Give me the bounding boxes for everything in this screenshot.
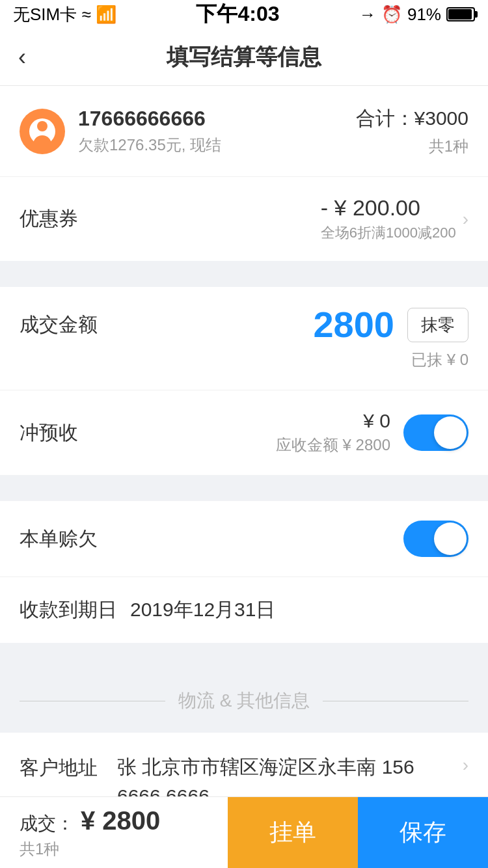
customer-right: 合计：¥3000 共1种 [356,105,468,157]
bottom-deal-amount: ¥ 2800 [81,806,160,835]
total-count: 共1种 [356,136,468,157]
coupon-label: 优惠券 [20,206,78,232]
customer-card: 17666666666 欠款1276.35元, 现结 合计：¥3000 共1种 … [0,86,488,261]
status-bar: 无SIM卡 ≈ 📶 下午4:03 → ⏰ 91% [0,0,488,29]
status-left: 无SIM卡 ≈ 📶 [13,3,116,26]
prepay-right: ¥ 0 应收金额 ¥ 2800 [276,410,468,455]
logistics-line-right [323,701,468,701]
toggle-knob [434,416,467,449]
battery-fill [448,9,472,20]
prepay-amount: ¥ 0 [276,410,390,432]
bottom-deal-label: 成交： [20,811,74,836]
separator-3 [0,656,488,669]
address-arrow-icon: › [463,752,468,776]
alarm-icon: ⏰ [381,5,402,25]
debt-toggle-knob [434,522,467,555]
save-button[interactable]: 保存 [358,797,488,869]
prepay-amount-group: ¥ 0 应收金额 ¥ 2800 [276,410,390,455]
bottom-count: 共1种 [20,839,208,860]
prepay-label: 冲预收 [20,420,78,446]
duedate-label: 收款到期日 [20,597,117,623]
debt-card: 本单赊欠 收款到期日 2019年12月31日 [0,501,488,643]
back-button[interactable]: ‹ [18,44,26,71]
status-time: 下午4:03 [196,0,279,29]
bottom-info: 成交： ¥ 2800 共1种 [0,806,228,860]
logistics-line-left [20,701,165,701]
prepay-section: 冲预收 ¥ 0 应收金额 ¥ 2800 [0,390,488,475]
coupon-discount: - ¥ 200.00 [321,195,456,221]
debt-toggle[interactable] [403,521,468,557]
coupon-right: - ¥ 200.00 全场6折满1000减200 › [321,195,468,243]
customer-info: 17666666666 欠款1276.35元, 现结 [78,107,221,156]
round-button[interactable]: 抹零 [407,308,468,342]
coupon-row[interactable]: 优惠券 - ¥ 200.00 全场6折满1000减200 › [0,176,488,261]
deal-amount: 2800 [313,306,394,343]
deal-row: 成交金额 2800 抹零 [20,306,468,343]
duedate-row: 收款到期日 2019年12月31日 [20,597,468,623]
bottom-bar: 成交： ¥ 2800 共1种 挂单 保存 [0,796,488,868]
battery-icon [446,7,475,21]
deal-section: 成交金额 2800 抹零 已抹 ¥ 0 [0,287,488,390]
duedate-section: 收款到期日 2019年12月31日 [0,576,488,643]
debt-label: 本单赊欠 [20,526,98,552]
status-right: → ⏰ 91% [359,5,475,25]
address-label: 客户地址 [20,752,98,781]
separator-1 [0,274,488,287]
deal-sub: 已抹 ¥ 0 [20,349,468,370]
total-amount: 合计：¥3000 [356,105,468,132]
coupon-arrow-icon: › [463,209,468,230]
content-area: 17666666666 欠款1276.35元, 现结 合计：¥3000 共1种 … [0,86,488,868]
nav-bar: ‹ 填写结算等信息 [0,29,488,86]
customer-left: 17666666666 欠款1276.35元, 现结 [20,107,221,156]
deal-card: 成交金额 2800 抹零 已抹 ¥ 0 冲预收 ¥ 0 应收金额 ¥ 2800 [0,287,488,475]
prepay-sub: 应收金额 ¥ 2800 [276,435,390,455]
duedate-value: 2019年12月31日 [130,597,275,623]
customer-phone: 17666666666 [78,107,221,131]
debt-section: 本单赊欠 [0,501,488,576]
deal-label: 成交金额 [20,312,98,338]
customer-note: 欠款1276.35元, 现结 [78,135,221,156]
logistics-label: 物流 & 其他信息 [178,688,310,713]
avatar [20,109,65,154]
location-icon: → [359,5,376,25]
hang-button[interactable]: 挂单 [228,797,358,869]
battery-percent: 91% [407,5,441,25]
logistics-section: 物流 & 其他信息 [0,669,488,733]
page-title: 填写结算等信息 [167,42,321,72]
prepay-row: 冲预收 ¥ 0 应收金额 ¥ 2800 [20,410,468,455]
separator-2 [0,488,488,501]
customer-row: 17666666666 欠款1276.35元, 现结 合计：¥3000 共1种 [0,86,488,176]
avatar-inner [29,118,55,144]
coupon-desc: 全场6折满1000减200 [321,223,456,243]
deal-right: 2800 抹零 [313,306,468,343]
bottom-deal-row: 成交： ¥ 2800 [20,806,208,836]
prepay-toggle[interactable] [403,414,468,451]
